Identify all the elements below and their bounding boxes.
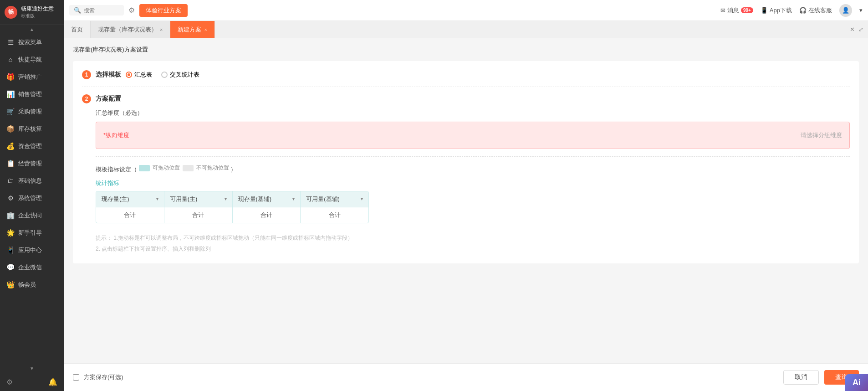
search-input[interactable]	[84, 7, 120, 14]
sidebar-sound-icon[interactable]: 🔔	[48, 378, 57, 386]
sidebar-scroll-up[interactable]: ▲	[0, 25, 64, 34]
sidebar-item-enterprise[interactable]: 🏢 企业协同	[0, 207, 64, 224]
radio-crosstab-circle	[161, 72, 168, 78]
sidebar-item-label: 营销推广	[18, 73, 42, 81]
footer-bar: 方案保存(可选) 取消 查询	[64, 363, 868, 391]
data-cell-1-2: 合计	[164, 207, 233, 223]
sidebar-item-basic-info[interactable]: 🗂 基础信息	[0, 172, 64, 190]
sidebar-item-system[interactable]: ⚙ 系统管理	[0, 190, 64, 207]
page-title: 现存量(库存状况表)方案设置	[73, 46, 859, 54]
sidebar-item-label: 采购管理	[18, 108, 42, 116]
user-dropdown-icon[interactable]: ▾	[859, 7, 863, 14]
money-icon: 💰	[6, 142, 15, 150]
main-area: 🔍 ⚙ 体验行业方案 ✉ 消息 99+ 📱 App下载 🎧 在线客服 👤 ▾	[64, 0, 868, 391]
folder-icon: 🗂	[6, 177, 15, 185]
building-icon: 🏢	[6, 211, 15, 220]
gift-icon: 🎁	[6, 73, 15, 81]
dimension-row: *纵向维度 —— 请选择分组维度	[103, 131, 842, 139]
step1-title: 选择模板	[96, 71, 121, 79]
app-download-item[interactable]: 📱 App下载	[761, 6, 792, 15]
col-header-4[interactable]: 可用量(基辅) ▾	[301, 191, 368, 207]
divider-2	[96, 156, 850, 157]
draggable-legend-label: 可拖动位置	[153, 164, 180, 172]
col-header-3[interactable]: 现存量(基辅) ▾	[233, 191, 301, 207]
gear-icon: ⚙	[6, 194, 15, 202]
col-header-1[interactable]: 现存量(主) ▾	[96, 191, 164, 207]
sidebar-item-search-menu[interactable]: ☰ 搜索菜单	[0, 34, 64, 51]
sidebar-nav: ☰ 搜索菜单 ⌂ 快捷导航 🎁 营销推广 📊 销售管理 🛒 采购管理 📦 库存核…	[0, 34, 64, 364]
star-icon: 🌟	[6, 229, 15, 237]
user-avatar[interactable]: 👤	[839, 4, 852, 17]
stat-table-header-row: 现存量(主) ▾ 可用量(主) ▾ 现存量(基辅) ▾ 可用量(基辅)	[96, 191, 368, 207]
search-box[interactable]: 🔍	[69, 5, 124, 15]
messages-item[interactable]: ✉ 消息 99+	[720, 6, 753, 15]
sidebar-scroll-down[interactable]: ▼	[0, 364, 64, 373]
config-section: 1 选择模板 汇总表 交叉统计表 2 方案配置	[73, 61, 859, 263]
sidebar-item-inventory[interactable]: 📦 库存核算	[0, 120, 64, 138]
sidebar-item-label: 企业协同	[18, 211, 42, 220]
col-header-2[interactable]: 可用量(主) ▾	[164, 191, 233, 207]
fixed-legend-box	[183, 165, 194, 171]
sidebar-item-finance[interactable]: 💰 资金管理	[0, 138, 64, 155]
dimension-placeholder: 请选择分组维度	[801, 131, 842, 139]
sidebar-item-wechat[interactable]: 💬 企业微信	[0, 259, 64, 276]
summary-dim-label: 汇总维度（必选）	[96, 109, 850, 117]
sidebar-item-label: 畅会员	[18, 281, 36, 289]
tab-new-plan-close[interactable]: ×	[204, 27, 207, 32]
messages-badge: 99+	[741, 7, 753, 13]
sidebar-item-sales[interactable]: 📊 销售管理	[0, 86, 64, 103]
topbar-settings-icon[interactable]: ⚙	[128, 6, 135, 15]
data-cell-1-4: 合计	[301, 207, 368, 223]
indicator-settings-label: 模板指标设定（ 可拖动位置 不可拖动位置 ）	[96, 166, 236, 173]
tabs-bar: 首页 现存量（库存状况表） × 新建方案 × ✕ ⤢	[64, 21, 868, 38]
sidebar-item-marketing[interactable]: 🎁 营销推广	[0, 68, 64, 86]
save-plan-label: 方案保存(可选)	[84, 373, 123, 381]
app-logo: 畅 畅康通好生意 标准版	[0, 0, 64, 25]
stat-table-data-row-1: 合计 合计 合计 合计	[96, 207, 368, 223]
tab-home[interactable]: 首页	[64, 21, 91, 38]
sidebar-item-label: 基础信息	[18, 177, 42, 185]
tab-inventory-close[interactable]: ×	[160, 27, 163, 32]
tips-area: 提示： 1.拖动标题栏可以调整布局，不可跨维度或指标区域拖动（只能在同一维度或指…	[96, 232, 850, 254]
sidebar-item-purchase[interactable]: 🛒 采购管理	[0, 103, 64, 120]
sidebar-item-member[interactable]: 👑 畅会员	[0, 276, 64, 293]
sidebar-item-label: 新手引导	[18, 229, 42, 237]
stat-table: 现存量(主) ▾ 可用量(主) ▾ 现存量(基辅) ▾ 可用量(基辅)	[96, 191, 369, 223]
sidebar-item-label: 经营管理	[18, 159, 42, 168]
logo-icon: 畅	[5, 6, 17, 19]
sidebar-item-quick-nav[interactable]: ⌂ 快捷导航	[0, 51, 64, 68]
window-close-btn[interactable]: ✕	[850, 26, 855, 33]
online-service-item[interactable]: 🎧 在线客服	[799, 6, 832, 15]
tab-inventory-status[interactable]: 现存量（库存状况表） ×	[91, 21, 170, 38]
tabs-actions: ✕ ⤢	[850, 26, 868, 33]
step2-title: 方案配置	[96, 95, 121, 103]
tab-new-plan[interactable]: 新建方案 ×	[170, 21, 214, 38]
col2-dropdown-icon[interactable]: ▾	[225, 196, 227, 201]
experience-btn[interactable]: 体验行业方案	[139, 4, 188, 17]
radio-crosstab[interactable]: 交叉统计表	[161, 71, 199, 79]
sidebar-item-operations[interactable]: 📋 经营管理	[0, 155, 64, 172]
sidebar-settings-icon[interactable]: ⚙	[6, 378, 13, 386]
sidebar-item-app-center[interactable]: 📱 应用中心	[0, 242, 64, 259]
col3-dropdown-icon[interactable]: ▾	[292, 196, 295, 201]
tips-title: 提示： 1.拖动标题栏可以调整布局，不可跨维度或指标区域拖动（只能在同一维度或指…	[96, 232, 850, 243]
sidebar-item-label: 快捷导航	[18, 56, 42, 64]
sidebar-item-label: 企业微信	[18, 263, 42, 272]
cancel-button[interactable]: 取消	[783, 370, 819, 385]
step1-badge: 1	[82, 70, 91, 79]
chat-icon: 💬	[6, 263, 15, 272]
save-plan-checkbox[interactable]	[73, 374, 79, 381]
radio-summary[interactable]: 汇总表	[126, 71, 152, 79]
sidebar-item-label: 资金管理	[18, 142, 42, 150]
chart-icon: 📊	[6, 90, 15, 98]
dimension-required-mark: *纵向维度	[103, 131, 129, 139]
page-content: 现存量(库存状况表)方案设置 1 选择模板 汇总表 交叉统计表	[64, 38, 868, 363]
tip2: 2. 点击标题栏下拉可设置排序、插入列和删除列	[96, 243, 850, 254]
sidebar-item-newbie[interactable]: 🌟 新手引导	[0, 224, 64, 242]
window-expand-btn[interactable]: ⤢	[858, 26, 863, 33]
ai-float-button[interactable]: Ai	[845, 374, 868, 391]
dimension-separator: ——	[137, 132, 793, 139]
headset-icon: 🎧	[799, 7, 807, 14]
col1-dropdown-icon[interactable]: ▾	[156, 196, 158, 201]
col4-dropdown-icon[interactable]: ▾	[361, 196, 363, 201]
